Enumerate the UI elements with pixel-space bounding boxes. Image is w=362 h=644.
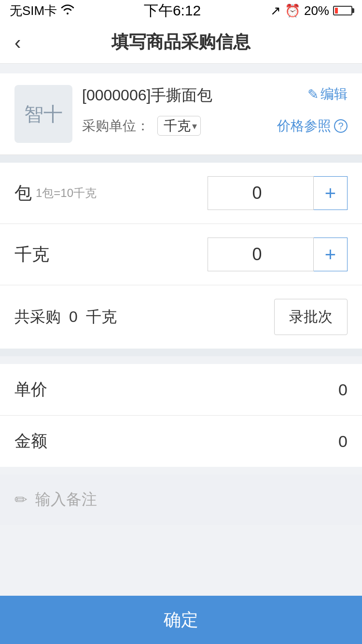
price-amount-value: 0 (338, 432, 348, 451)
edit-icon: ✎ (307, 86, 319, 102)
batch-button[interactable]: 录批次 (274, 299, 348, 335)
carrier-text: 无SIM卡 (10, 2, 57, 19)
product-unit-row: 采购单位： 千克 包 价格参照 ? (82, 116, 348, 136)
quantity-label-kg: 千克 (14, 243, 49, 266)
price-row-unit: 单价 0 (0, 364, 362, 416)
summary-row: 共采购 0 千克 录批次 (0, 285, 362, 349)
quantity-input-group-kg: + (208, 238, 348, 271)
quantity-input-bag[interactable] (208, 176, 314, 210)
nav-bar: ‹ 填写商品采购信息 (0, 21, 362, 64)
price-section: 单价 0 金额 0 (0, 364, 362, 467)
divider-1 (0, 155, 362, 163)
product-logo: 智十 (24, 102, 63, 126)
status-bar: 无SIM卡 下午6:12 ↗ ⏰ 20% (0, 0, 362, 21)
price-row-amount: 金额 0 (0, 416, 362, 467)
alarm-icon: ⏰ (285, 3, 300, 18)
status-bar-time: 下午6:12 (144, 1, 201, 21)
quantity-row-bag: 包 1包=10千克 + (0, 163, 362, 224)
quantity-plus-bag[interactable]: + (314, 176, 348, 210)
quantity-section: 包 1包=10千克 + 千克 + 共采购 0 千克 录批次 (0, 163, 362, 349)
product-header: [0000006]手撕面包 ✎ 编辑 (82, 85, 348, 106)
status-bar-left: 无SIM卡 (10, 2, 74, 19)
quantity-input-group-bag: + (208, 176, 348, 210)
unit-select[interactable]: 千克 包 (157, 116, 201, 136)
price-ref-label: 价格参照 (277, 117, 331, 135)
confirm-button[interactable]: 确定 (0, 596, 362, 644)
quantity-input-kg[interactable] (208, 238, 314, 271)
product-card: 智十 [0000006]手撕面包 ✎ 编辑 采购单位： 千克 包 价格参照 ? (0, 73, 362, 155)
pencil-icon: ✏ (14, 490, 28, 509)
unit-select-wrapper[interactable]: 千克 包 (157, 116, 201, 136)
summary-prefix: 共采购 (14, 308, 61, 325)
divider-2 (0, 349, 362, 356)
price-amount-label: 金额 (14, 430, 47, 452)
unit-label: 采购单位： (82, 117, 150, 135)
product-name: [0000006]手撕面包 (82, 85, 212, 106)
edit-label: 编辑 (320, 85, 348, 103)
price-unit-label: 单价 (14, 378, 47, 401)
help-icon: ? (334, 119, 348, 133)
quantity-row-kg: 千克 + (0, 224, 362, 285)
edit-button[interactable]: ✎ 编辑 (307, 85, 348, 103)
quantity-sublabel-bag: 1包=10千克 (36, 185, 97, 201)
quantity-label-bag: 包 (14, 182, 32, 205)
summary-text: 共采购 0 千克 (14, 307, 117, 328)
remark-section[interactable]: ✏ 输入备注 (0, 475, 362, 525)
page-title: 填写商品采购信息 (111, 30, 251, 54)
location-icon: ↗ (270, 3, 281, 18)
status-bar-right: ↗ ⏰ 20% (270, 3, 352, 18)
price-unit-value: 0 (338, 380, 348, 399)
back-button[interactable]: ‹ (14, 33, 21, 52)
remark-placeholder: 输入备注 (35, 489, 97, 510)
price-ref-button[interactable]: 价格参照 ? (277, 117, 348, 135)
product-info: [0000006]手撕面包 ✎ 编辑 采购单位： 千克 包 价格参照 ? (82, 85, 348, 136)
quantity-plus-kg[interactable]: + (314, 238, 348, 271)
summary-suffix: 千克 (86, 308, 117, 325)
wifi-icon (61, 3, 74, 18)
battery-percent: 20% (304, 3, 329, 18)
battery-indicator (333, 6, 352, 15)
product-image: 智十 (14, 85, 72, 143)
summary-value: 0 (69, 308, 78, 325)
